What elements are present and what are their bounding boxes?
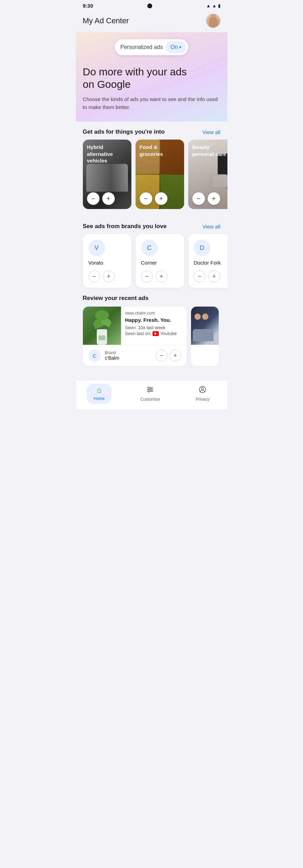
hero-section: Personalized ads On ▾ Do more with your … [76, 32, 227, 122]
like-doctorfork-button[interactable]: + [208, 270, 220, 282]
person-head-2 [202, 314, 208, 320]
interest-card-food-actions: − + [140, 192, 167, 205]
car-trunk [193, 329, 214, 341]
brand-name-doctorfork: Doctor Fork [194, 260, 227, 266]
recent-ads-section: Review your recent ads www.cbalm. [76, 295, 227, 373]
hero-title: Do more with your ads on Google [83, 66, 220, 91]
status-time: 9:30 [83, 3, 93, 9]
dislike-doctorfork-button[interactable]: − [194, 270, 206, 282]
like-vorato-button[interactable]: + [103, 270, 115, 282]
svg-point-3 [148, 387, 150, 389]
ad-brand-avatar: C [88, 349, 101, 362]
brands-section-header: See ads from brands you love View all [76, 216, 227, 234]
youtube-play-triangle [155, 332, 157, 335]
ad-2-image [191, 307, 219, 345]
privacy-icon [199, 386, 206, 395]
signal-icon: ▲ [212, 3, 217, 8]
people-in-car [194, 314, 208, 320]
brands-section-title: See ads from brands you love [83, 223, 167, 230]
interest-card-food-title: Food & groceries [140, 144, 180, 157]
interest-card-food: Food & groceries − + [136, 140, 184, 209]
battery-icon: ▮ [218, 3, 220, 8]
ad-brand-name: c'Balm [105, 355, 152, 361]
avatar-person [209, 16, 217, 27]
recent-ads-title: Review your recent ads [83, 295, 220, 302]
ad-card-bottom: C Brand c'Balm − + [83, 345, 187, 366]
svg-point-5 [148, 391, 150, 392]
brand-avatar-doctorfork: D [194, 240, 210, 256]
interest-card-hybrid: Hybrid alternative vehicles − + [83, 140, 131, 209]
dislike-ad-button[interactable]: − [156, 350, 167, 361]
personalized-ads-toggle[interactable]: On ▾ [166, 41, 186, 53]
like-food-button[interactable]: + [155, 192, 167, 205]
ad-seen-on: Seen last on: Youtube [125, 331, 183, 336]
ad-card-2 [191, 307, 219, 366]
dislike-food-button[interactable]: − [140, 192, 152, 205]
like-beauty-button[interactable]: + [208, 192, 220, 205]
brand-name-corner: Corner [141, 260, 179, 266]
interests-view-all[interactable]: View all [202, 129, 220, 135]
plant-label [98, 335, 105, 340]
plant-bottle [97, 329, 107, 345]
ad-url: www.cbalm.com [125, 311, 183, 316]
dislike-vorato-button[interactable]: − [88, 270, 100, 282]
plant-leaf-3 [95, 310, 109, 320]
person-head-1 [194, 314, 201, 320]
interest-card-beauty: Beauty personal care − + [188, 140, 227, 209]
chevron-down-icon: ▾ [179, 45, 181, 50]
youtube-icon [153, 331, 159, 336]
interest-card-actions: − + [87, 192, 115, 205]
brands-view-all[interactable]: View all [202, 224, 220, 229]
ad-card-cbalm: www.cbalm.com Happy. Fresh. You. Seen: 1… [83, 307, 187, 366]
nav-item-customize[interactable]: Customize [133, 384, 167, 404]
dislike-corner-button[interactable]: − [141, 270, 153, 282]
ad-brand-info: Brand c'Balm [105, 350, 152, 361]
nav-label-privacy: Privacy [196, 397, 209, 402]
home-icon: ⌂ [97, 386, 101, 395]
brand-card-doctorfork: D Doctor Fork − + [188, 234, 227, 288]
interests-section-title: Get ads for things you're into [83, 128, 165, 135]
brand-card-vorato: V Vorato − + [83, 234, 131, 288]
brand-actions-doctorfork: − + [194, 270, 227, 282]
ad-seen: Seen: 10x last week [125, 325, 183, 330]
like-interest-button[interactable]: + [102, 192, 115, 205]
wifi-icon: ▲ [206, 3, 211, 8]
hero-subtitle: Choose the kinds of ads you want to see … [83, 95, 220, 111]
toggle-label: Personalized ads [120, 44, 163, 50]
youtube-label: Youtube [160, 331, 176, 336]
brand-card-corner: C Corner − + [136, 234, 184, 288]
brand-avatar-corner: C [141, 240, 158, 256]
hero-title-line1: Do more with your ads [83, 66, 187, 77]
like-corner-button[interactable]: + [156, 270, 167, 282]
avatar[interactable] [206, 14, 220, 28]
dislike-beauty-button[interactable]: − [192, 192, 205, 205]
dislike-interest-button[interactable]: − [87, 192, 99, 205]
brand-actions-vorato: − + [88, 270, 126, 282]
brands-scroll: V Vorato − + C Corner − [76, 234, 227, 295]
nav-label-home: Home [94, 396, 105, 401]
app-header: My Ad Center [76, 11, 227, 32]
nav-item-home[interactable]: ⌂ Home [87, 384, 112, 404]
ad-brand-label: Brand [105, 350, 152, 355]
status-bar: 9:30 ▲ ▲ ▮ [76, 0, 227, 11]
hero-title-line2: on Google [83, 78, 131, 90]
camera-dot [147, 3, 152, 8]
ad-headline: Happy. Fresh. You. [125, 317, 183, 323]
status-icons: ▲ ▲ ▮ [206, 3, 220, 8]
toggle-pill: Personalized ads On ▾ [115, 39, 188, 55]
brand-name-vorato: Vorato [88, 260, 126, 266]
personalized-ads-container: Personalized ads On ▾ [83, 39, 220, 55]
main-content: Get ads for things you're into View all … [76, 122, 227, 373]
customize-icon [146, 386, 154, 395]
interest-card-beauty-title: Beauty personal care [192, 144, 227, 157]
brand-avatar-vorato: V [88, 240, 105, 256]
avatar-head [210, 14, 216, 18]
toggle-value: On [171, 44, 178, 50]
svg-point-7 [201, 388, 204, 390]
ad-brand-actions: − + [156, 350, 181, 361]
interests-scroll: Hybrid alternative vehicles − + [76, 140, 227, 216]
ad-info: www.cbalm.com Happy. Fresh. You. Seen: 1… [121, 307, 187, 345]
nav-item-privacy[interactable]: Privacy [189, 384, 216, 404]
like-ad-button[interactable]: + [170, 350, 181, 361]
nav-label-customize: Customize [140, 397, 160, 402]
